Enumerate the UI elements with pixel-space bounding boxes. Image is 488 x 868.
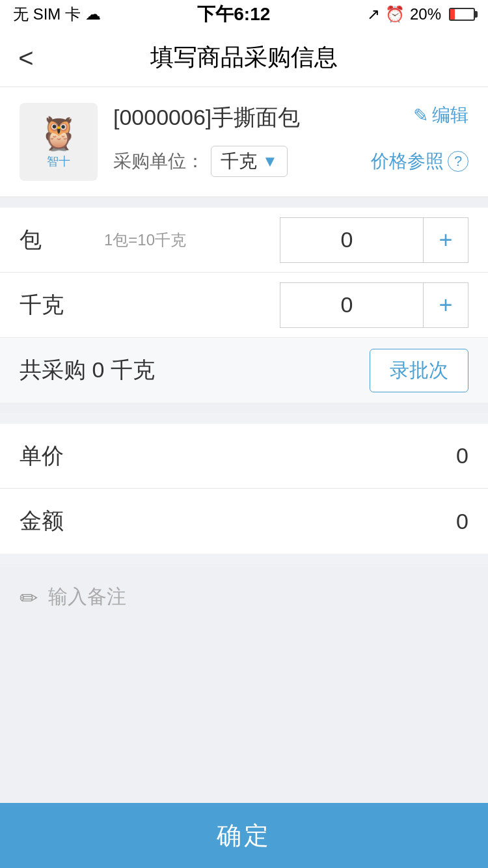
nav-bar: < 填写商品采购信息 [0,29,488,87]
summary-text: 共采购 0 千克 [20,355,155,385]
unit-selector[interactable]: 千克 ▼ [211,146,288,177]
page-title: 填写商品采购信息 [150,42,338,74]
pencil-icon: ✏ [20,585,38,611]
bao-plus-button[interactable]: + [423,217,468,263]
back-arrow-icon: < [18,45,33,71]
edit-button[interactable]: ✎ 编辑 [413,103,468,128]
quantity-section: 包 1包=10千克 + 千克 + 共采购 0 千克 录批次 [0,208,488,403]
kg-plus-icon: + [439,292,452,319]
price-ref-label: 价格参照 [371,149,444,174]
edit-label: 编辑 [432,103,468,128]
product-name: [0000006]手撕面包 [113,103,300,133]
amount-label: 金额 [20,506,64,536]
confirm-button[interactable]: 确定 [0,803,488,868]
kg-label: 千克 [20,290,98,320]
kg-input[interactable] [280,282,423,328]
unit-price-row: 单价 0 [0,424,488,489]
alarm-icon: ⏰ [385,5,405,23]
status-bar: 无 SIM 卡 ☁ 下午6:12 ↗ ⏰ 20% [0,0,488,29]
bao-plus-icon: + [439,226,452,254]
unit-dropdown-icon: ▼ [262,152,278,170]
bao-hint: 1包=10千克 [104,230,186,251]
unit-value: 千克 [221,149,257,174]
amount-row: 金额 0 [0,489,488,554]
amount-value: 0 [456,509,468,534]
price-ref-help-icon: ? [448,151,468,172]
battery-icon [449,8,475,21]
bao-label: 包 [20,225,98,255]
notes-section[interactable]: ✏ 输入备注 [0,564,488,668]
product-image: 🦉 智十 [20,103,98,181]
edit-icon: ✎ [413,105,428,126]
sim-status: 无 SIM 卡 ☁ [13,4,101,25]
bao-input[interactable] [280,217,423,263]
product-org-name: 智十 [47,154,70,169]
price-section: 单价 0 金额 0 [0,424,488,554]
kg-row: 千克 + [0,273,488,338]
status-left: 无 SIM 卡 ☁ [13,4,101,25]
unit-price-label: 单价 [20,441,64,471]
location-icon: ↗ [367,5,380,23]
record-batch-button[interactable]: 录批次 [370,349,468,392]
unit-label: 采购单位： [113,149,204,174]
product-logo-icon: 🦉 [38,115,79,152]
separator-1 [0,197,488,208]
summary-row: 共采购 0 千克 录批次 [0,338,488,403]
notes-placeholder: 输入备注 [48,584,126,610]
unit-price-value: 0 [456,443,468,468]
bao-row: 包 1包=10千克 + [0,208,488,273]
back-button[interactable]: < [0,29,52,87]
status-time: 下午6:12 [197,2,270,27]
kg-input-group: + [280,282,468,328]
kg-plus-button[interactable]: + [423,282,468,328]
status-right: ↗ ⏰ 20% [367,5,475,23]
product-card: 🦉 智十 [0000006]手撕面包 ✎ 编辑 采购单位： 千克 ▼ 价格参照 [0,87,488,197]
battery-text: 20% [410,5,441,23]
price-ref-button[interactable]: 价格参照 ? [371,149,468,174]
product-info: [0000006]手撕面包 ✎ 编辑 采购单位： 千克 ▼ 价格参照 ? [113,103,468,177]
bao-input-group: + [280,217,468,263]
separator-2 [0,403,488,413]
